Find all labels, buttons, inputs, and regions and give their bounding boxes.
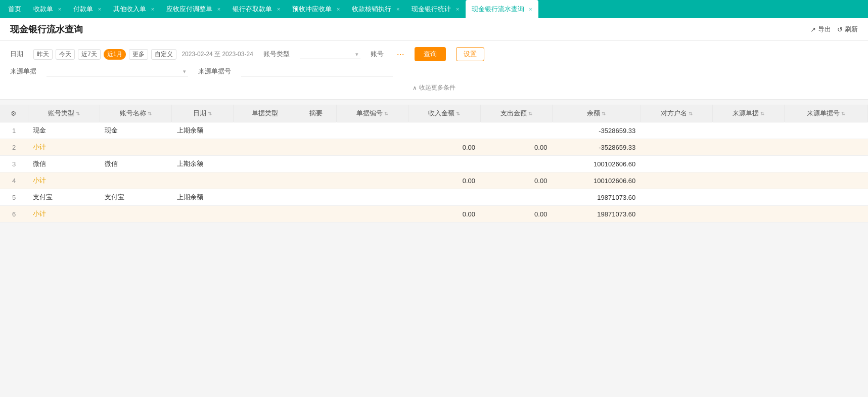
top-navigation: 首页 收款单 × 付款单 × 其他收入单 × 应收应付调整单 × 银行存取款单 … (0, 0, 868, 18)
account-type-select[interactable] (300, 49, 360, 59)
date-today[interactable]: 今天 (56, 49, 75, 60)
date-yesterday[interactable]: 昨天 (33, 49, 53, 60)
data-table-container: ⚙ 账号类型⇅ 账号名称⇅ 日期⇅ 单据类型 摘要 单据编号⇅ (0, 105, 868, 223)
nav-bank-deposit[interactable]: 银行存取款单 × (226, 0, 286, 18)
nav-other-income[interactable]: 其他收入单 × (107, 0, 160, 18)
cell-balance: 100102606.60 (552, 156, 641, 172)
nav-home[interactable]: 首页 (2, 0, 27, 18)
cell-summary (296, 139, 337, 156)
cell-income: 0.00 (408, 139, 480, 156)
close-icon[interactable]: × (456, 6, 459, 12)
account-dots-button[interactable]: ··· (397, 49, 404, 60)
cell-row-num: 1 (0, 122, 28, 139)
nav-payment[interactable]: 付款单 × (67, 0, 107, 18)
cell-date: 上期余额 (172, 189, 234, 206)
col-doc-type[interactable]: 单据类型 (234, 105, 296, 122)
source-doc-select[interactable] (47, 66, 188, 76)
sort-icon: ⇅ (456, 111, 460, 116)
close-icon[interactable]: × (98, 6, 101, 12)
cell-doc-number (336, 122, 408, 139)
col-summary[interactable]: 摘要 (296, 105, 337, 122)
header-actions: ↗ 导出 ↺ 刷新 (810, 25, 858, 34)
cell-account-name: 现金 (100, 122, 171, 139)
cell-source-doc-num (785, 122, 868, 139)
close-icon[interactable]: × (151, 6, 154, 12)
nav-adjustment[interactable]: 应收应付调整单 × (160, 0, 226, 18)
close-icon[interactable]: × (217, 6, 220, 12)
table-row: 1现金现金上期余额-3528659.33 (0, 122, 868, 139)
cell-account-name (100, 172, 171, 189)
col-income[interactable]: 收入金额⇅ (408, 105, 480, 122)
cell-doc-number (336, 189, 408, 206)
page-header: 现金银行流水查询 ↗ 导出 ↺ 刷新 (0, 18, 868, 41)
cell-account-name: 支付宝 (100, 189, 171, 206)
source-doc-num-input[interactable] (241, 66, 393, 76)
table-row: 6小计0.000.0019871073.60 (0, 206, 868, 223)
col-expense[interactable]: 支出金额⇅ (480, 105, 552, 122)
cell-source-doc (713, 122, 785, 139)
cell-balance: -3528659.33 (552, 139, 641, 156)
date-range-display: 2023-02-24 至 2023-03-24 (181, 50, 253, 59)
cell-balance: 19871073.60 (552, 189, 641, 206)
export-icon: ↗ (810, 26, 816, 33)
cell-row-num: 4 (0, 172, 28, 189)
cell-expense: 0.00 (480, 139, 552, 156)
col-settings[interactable]: ⚙ (0, 105, 28, 122)
table-row: 3微信微信上期余额100102606.60 (0, 156, 868, 172)
collapse-bar[interactable]: ∧ 收起更多条件 (10, 81, 858, 95)
nav-bank-flow[interactable]: 现金银行流水查询 × (466, 0, 538, 18)
nav-receipt[interactable]: 收款单 × (27, 0, 67, 18)
refresh-icon: ↺ (837, 26, 843, 33)
date-label: 日期 (10, 50, 23, 59)
cell-expense: 0.00 (480, 172, 552, 189)
col-date[interactable]: 日期⇅ (172, 105, 234, 122)
date-more[interactable]: 更多 (129, 49, 148, 60)
cell-counterpart (641, 139, 712, 156)
cell-source-doc (713, 189, 785, 206)
cell-account-name (100, 139, 171, 156)
cell-expense (480, 122, 552, 139)
nav-bank-stats[interactable]: 现金银行统计 × (405, 0, 465, 18)
sort-icon: ⇅ (384, 111, 388, 116)
col-counterpart[interactable]: 对方户名⇅ (641, 105, 712, 122)
query-button[interactable]: 查询 (415, 47, 446, 61)
table-settings-icon[interactable]: ⚙ (11, 110, 17, 117)
date-1month[interactable]: 近1月 (104, 49, 126, 60)
close-icon[interactable]: × (58, 6, 61, 12)
export-button[interactable]: ↗ 导出 (810, 25, 831, 34)
col-source-doc[interactable]: 来源单据⇅ (713, 105, 785, 122)
sort-icon: ⇅ (689, 111, 693, 116)
sort-icon: ⇅ (76, 111, 80, 116)
col-account-name[interactable]: 账号名称⇅ (100, 105, 171, 122)
filter-row-2: 来源单据 ▾ 来源单据号 (10, 66, 858, 76)
col-doc-number[interactable]: 单据编号⇅ (336, 105, 408, 122)
cell-source-doc (713, 139, 785, 156)
date-custom[interactable]: 自定义 (151, 49, 176, 60)
table-row: 5支付宝支付宝上期余额19871073.60 (0, 189, 868, 206)
cell-source-doc (713, 172, 785, 189)
nav-advance[interactable]: 预收冲应收单 × (286, 0, 346, 18)
cell-row-num: 5 (0, 189, 28, 206)
cell-balance: 100102606.60 (552, 172, 641, 189)
refresh-button[interactable]: ↺ 刷新 (837, 25, 858, 34)
cell-account-name: 微信 (100, 156, 171, 172)
col-balance[interactable]: 余额⇅ (552, 105, 641, 122)
cell-date: 上期余额 (172, 156, 234, 172)
cell-income (408, 156, 480, 172)
col-source-doc-num[interactable]: 来源单据号⇅ (785, 105, 868, 122)
cell-account-type: 支付宝 (28, 189, 100, 206)
table-header-row: ⚙ 账号类型⇅ 账号名称⇅ 日期⇅ 单据类型 摘要 单据编号⇅ (0, 105, 868, 122)
close-icon[interactable]: × (396, 6, 399, 12)
close-icon[interactable]: × (277, 6, 280, 12)
cell-source-doc-num (785, 189, 868, 206)
settings-button[interactable]: 设置 (456, 47, 484, 61)
close-icon[interactable]: × (529, 6, 532, 12)
cell-doc-type (234, 206, 296, 223)
cell-income: 0.00 (408, 206, 480, 223)
data-table: ⚙ 账号类型⇅ 账号名称⇅ 日期⇅ 单据类型 摘要 单据编号⇅ (0, 105, 868, 223)
col-account-type[interactable]: 账号类型⇅ (28, 105, 100, 122)
cell-doc-number (336, 139, 408, 156)
nav-collection[interactable]: 收款核销执行 × (346, 0, 405, 18)
date-7days[interactable]: 近7天 (78, 49, 101, 60)
close-icon[interactable]: × (337, 6, 340, 12)
